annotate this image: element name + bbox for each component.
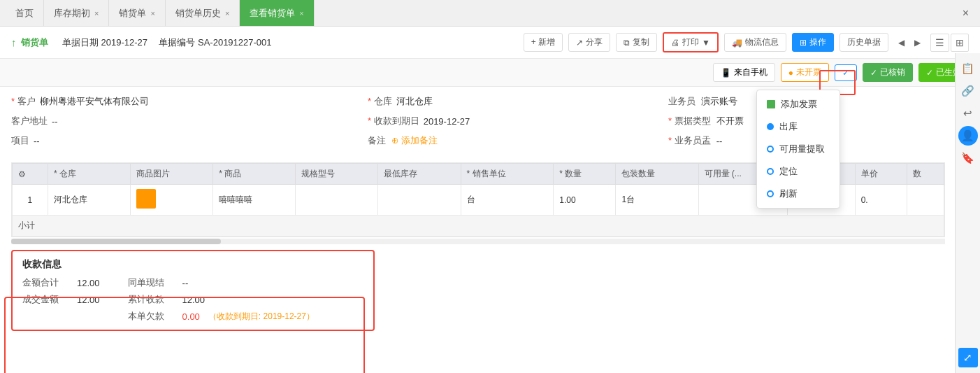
row-min-stock	[378, 185, 461, 216]
outbound-icon	[767, 123, 774, 130]
confirmed-btn[interactable]: ✓ 已核销	[863, 63, 913, 82]
dropdown-locate[interactable]: 定位	[757, 160, 840, 183]
status-area: 📱 来自手机 ● 未开票 ✓ ✓ 已核销 ✓ 已生效	[0, 59, 980, 87]
tab-sales-history-label: 销货单历史	[175, 7, 221, 20]
col-img: 商品图片	[131, 164, 213, 185]
row-price: 0.	[855, 185, 907, 216]
history-button[interactable]: 历史单据	[840, 33, 888, 52]
tab-inventory[interactable]: 库存期初 ×	[44, 0, 109, 26]
ticket-icon: ●	[788, 68, 793, 78]
add-remark-text: 添加备注	[401, 135, 438, 146]
tab-sales-label: 销货单	[119, 7, 146, 20]
logistics-button[interactable]: 🚚 物流信息	[724, 33, 786, 52]
doc-title-text: 销货单	[21, 36, 48, 49]
dropdown-outbound[interactable]: 出库	[757, 115, 840, 138]
grid-view-btn[interactable]: ⊞	[951, 34, 969, 52]
doc-no-field: 单据编号 SA-20191227-001	[159, 36, 272, 49]
col-warehouse: * 仓库	[48, 164, 130, 185]
list-view-btn[interactable]: ☰	[930, 34, 949, 52]
subtotal-row: 小计	[13, 216, 944, 237]
same-bill-value: --	[182, 278, 189, 288]
tab-inventory-label: 库存期初	[54, 7, 90, 20]
customer-field: 客户 柳州粤港平安气体有限公司	[11, 95, 312, 108]
address-label: 客户地址	[11, 115, 48, 127]
row-spec	[296, 185, 378, 216]
tab-view-sales-label: 查看销货单	[250, 7, 295, 20]
payment-title: 收款信息	[22, 258, 363, 271]
no-label: 单据编号	[159, 36, 195, 49]
tab-home[interactable]: 首页	[6, 0, 44, 26]
sidebar-icon-expand[interactable]: ⤢	[958, 348, 978, 367]
project-value: --	[34, 136, 40, 146]
remark-label: 备注	[368, 134, 386, 147]
refresh-label: 刷新	[779, 188, 798, 200]
row-unit: 台	[461, 185, 554, 216]
same-bill-label: 同单现结	[128, 276, 177, 289]
owed-suffix: （收款到期日: 2019-12-27）	[208, 311, 315, 323]
copy-icon: ⧉	[624, 38, 630, 48]
window-close-button[interactable]: ×	[957, 7, 974, 20]
sidebar-icon-3[interactable]: ↩	[958, 104, 978, 123]
available-icon	[767, 146, 774, 153]
cumulative-field: 累计收款 12.00	[128, 293, 315, 306]
subtotal-label: 小计	[13, 216, 944, 237]
doc-date-field: 单据日期 2019-12-27	[62, 36, 148, 49]
sales-order-icon: ↑	[11, 36, 17, 48]
prev-arrow[interactable]: ◀	[894, 35, 909, 50]
warehouse-field: 仓库 河北仓库	[368, 95, 668, 108]
owed-label: 本单欠款	[128, 310, 177, 323]
new-button[interactable]: + 新增	[524, 33, 563, 52]
not-open-label: 未开票	[796, 66, 821, 78]
tab-inventory-close[interactable]: ×	[94, 9, 99, 17]
bill-type-label: 票据类型	[668, 115, 711, 127]
sidebar-icon-4[interactable]: 👤	[958, 126, 978, 146]
effective-icon: ✓	[926, 68, 933, 78]
tab-sales-close[interactable]: ×	[150, 9, 154, 17]
total-field: 金额合计 12.00	[22, 276, 100, 289]
operate-label: 操作	[809, 36, 826, 48]
outbound-label: 出库	[779, 120, 798, 133]
row-qty: 1.00	[554, 185, 616, 216]
row-img	[131, 185, 213, 216]
total-value: 12.00	[77, 278, 100, 288]
tab-sales-history[interactable]: 销货单历史 ×	[166, 0, 240, 26]
tab-view-sales[interactable]: 查看销货单 ×	[240, 0, 314, 26]
print-button[interactable]: 🖨 打印 ▼	[663, 32, 719, 52]
tab-sales[interactable]: 销货单 ×	[109, 0, 165, 26]
row-pack-qty: 1台	[616, 185, 698, 216]
print-icon: 🖨	[671, 38, 679, 48]
sidebar-icon-2[interactable]: 🔗	[958, 81, 978, 101]
date-value: 2019-12-27	[101, 37, 148, 48]
dropdown-refresh[interactable]: 刷新	[757, 183, 840, 205]
nav-arrows: ◀ ▶	[894, 35, 925, 50]
staff-label: 业务员	[668, 95, 696, 108]
warehouse-value: 河北仓库	[396, 95, 433, 108]
dropdown-available[interactable]: 可用量提取	[757, 138, 840, 160]
doc-header: ↑ 销货单 单据日期 2019-12-27 单据编号 SA-20191227-0…	[0, 27, 980, 59]
scrollbar-thumb[interactable]	[11, 239, 221, 244]
sidebar-icon-5[interactable]: 🔖	[958, 148, 978, 168]
col-unit: * 销售单位	[461, 164, 554, 185]
operate-icon: ⊞	[800, 38, 807, 48]
next-arrow[interactable]: ▶	[910, 35, 925, 50]
horizontal-scrollbar[interactable]	[11, 239, 945, 244]
main-content: ↑ 销货单 单据日期 2019-12-27 单据编号 SA-20191227-0…	[0, 27, 980, 373]
payment-col-left: 金额合计 12.00 成交金额 12.00	[22, 276, 100, 323]
project-label: 项目	[11, 134, 29, 147]
not-open-btn[interactable]: ● 未开票	[781, 63, 829, 82]
check-icon-btn[interactable]: ✓	[835, 64, 857, 81]
deal-field: 成交金额 12.00	[22, 293, 100, 306]
tab-home-label: 首页	[15, 7, 34, 20]
tab-view-sales-close[interactable]: ×	[299, 9, 303, 17]
add-remark-link[interactable]: ⊕ 添加备注	[391, 134, 438, 147]
copy-button[interactable]: ⧉ 复制	[616, 33, 657, 52]
sidebar-icon-1[interactable]: 📋	[958, 59, 978, 78]
no-value: SA-20191227-001	[198, 37, 272, 48]
share-button[interactable]: ↗ 分享	[568, 33, 610, 52]
payment-col-right: 同单现结 -- 累计收款 12.00 本单欠款 0.00 （收款到期日: 201…	[128, 276, 315, 323]
from-mobile-btn[interactable]: 📱 来自手机	[713, 63, 775, 82]
tab-sales-history-close[interactable]: ×	[225, 9, 229, 17]
dropdown-add-invoice[interactable]: 添加发票	[757, 93, 840, 115]
row-product: 嘻嘻嘻嘻	[213, 185, 296, 216]
operate-button[interactable]: ⊞ 操作	[792, 33, 834, 52]
